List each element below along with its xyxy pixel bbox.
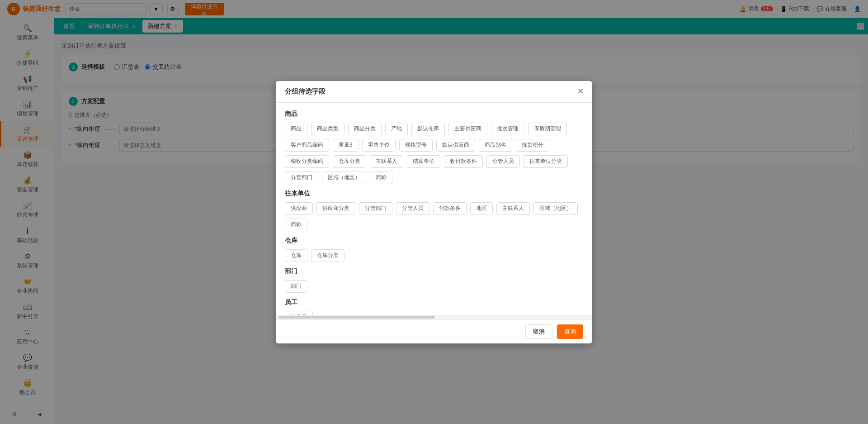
field-tags-staff: 业务员 bbox=[285, 311, 583, 315]
field-tag[interactable]: 结算单位 bbox=[407, 155, 440, 168]
modal-body[interactable]: 商品 商品 商品类型 商品分类 产地 默认仓库 主要供应商 批次管理 保质期管理… bbox=[276, 103, 592, 315]
field-tag[interactable]: 重量3 bbox=[333, 139, 359, 152]
field-tag[interactable]: 区域（地区） bbox=[322, 172, 366, 184]
field-select-modal: 分组待选字段 ✕ 商品 商品 商品类型 商品分类 产地 默认仓库 主要供应商 批… bbox=[276, 81, 592, 343]
section-title-warehouse: 仓库 bbox=[285, 237, 583, 245]
section-title-staff: 员工 bbox=[285, 298, 583, 306]
field-tag[interactable]: 规格型号 bbox=[399, 139, 433, 152]
horizontal-scrollbar-thumb bbox=[278, 316, 435, 319]
field-tag[interactable]: 业务员 bbox=[285, 311, 313, 315]
field-tags-partner: 供应商 供应商分类 分管部门 分管人员 付款条件 地区 主联系人 区域（地区） … bbox=[285, 202, 583, 231]
field-tag[interactable]: 保质期管理 bbox=[528, 123, 567, 135]
modal-header: 分组待选字段 ✕ bbox=[276, 81, 592, 103]
confirm-button[interactable]: 查询 bbox=[557, 324, 583, 339]
field-tag[interactable]: 默认仓库 bbox=[411, 123, 445, 135]
field-tag[interactable]: 分管人员 bbox=[486, 155, 520, 168]
field-tag[interactable]: 分管人员 bbox=[396, 202, 429, 215]
field-tag[interactable]: 商品别名 bbox=[479, 139, 512, 152]
modal-close-btn[interactable]: ✕ bbox=[577, 88, 583, 95]
modal-title: 分组待选字段 bbox=[285, 87, 326, 96]
field-tags-warehouse: 仓库 仓库分类 bbox=[285, 249, 583, 262]
field-tag[interactable]: 仓库 bbox=[285, 249, 307, 262]
field-tag[interactable]: 零售单位 bbox=[362, 139, 396, 152]
field-tag[interactable]: 主联系人 bbox=[496, 202, 530, 215]
modal-scrollbar-bottom[interactable] bbox=[276, 315, 592, 319]
section-title-dept: 部门 bbox=[285, 267, 583, 276]
field-tag[interactable]: 拣货积分 bbox=[516, 139, 549, 152]
section-title-partner: 往来单位 bbox=[285, 190, 583, 198]
field-tag[interactable]: 商品分类 bbox=[348, 123, 382, 135]
modal-overlay: 分组待选字段 ✕ 商品 商品 商品类型 商品分类 产地 默认仓库 主要供应商 批… bbox=[0, 0, 868, 424]
field-tags-goods: 商品 商品类型 商品分类 产地 默认仓库 主要供应商 批次管理 保质期管理 客户… bbox=[285, 123, 583, 184]
cancel-button[interactable]: 取消 bbox=[525, 324, 552, 339]
field-tag[interactable]: 商品类型 bbox=[311, 123, 344, 135]
field-tag[interactable]: 供应商分类 bbox=[316, 202, 355, 215]
field-tag[interactable]: 税收分类编码 bbox=[285, 155, 329, 168]
field-tag[interactable]: 部门 bbox=[285, 280, 307, 293]
field-tags-dept: 部门 bbox=[285, 280, 583, 293]
field-tag[interactable]: 收付款条件 bbox=[444, 155, 483, 168]
field-tag[interactable]: 仓库分类 bbox=[333, 155, 366, 168]
field-tag[interactable]: 客户商品编码 bbox=[285, 139, 329, 152]
field-tag[interactable]: 区域（地区） bbox=[533, 202, 578, 215]
field-tag[interactable]: 主要供应商 bbox=[448, 123, 487, 135]
modal-footer: 取消 查询 bbox=[276, 319, 592, 343]
section-title-goods: 商品 bbox=[285, 110, 583, 118]
field-tag[interactable]: 供应商 bbox=[285, 202, 313, 215]
field-tag[interactable]: 商品 bbox=[285, 123, 307, 135]
field-tag[interactable]: 产地 bbox=[385, 123, 408, 135]
field-tag[interactable]: 简称 bbox=[370, 172, 392, 184]
field-tag[interactable]: 仓库分类 bbox=[311, 249, 344, 262]
field-tag[interactable]: 简称 bbox=[285, 219, 307, 231]
field-tag[interactable]: 主联系人 bbox=[370, 155, 403, 168]
field-tag[interactable]: 批次管理 bbox=[491, 123, 524, 135]
field-tag[interactable]: 地区 bbox=[470, 202, 493, 215]
field-tag[interactable]: 付款条件 bbox=[433, 202, 467, 215]
field-tag[interactable]: 分管部门 bbox=[359, 202, 392, 215]
field-tag[interactable]: 分管部门 bbox=[285, 172, 318, 184]
field-tag[interactable]: 往来单位分类 bbox=[524, 155, 568, 168]
field-tag[interactable]: 默认供应商 bbox=[436, 139, 475, 152]
